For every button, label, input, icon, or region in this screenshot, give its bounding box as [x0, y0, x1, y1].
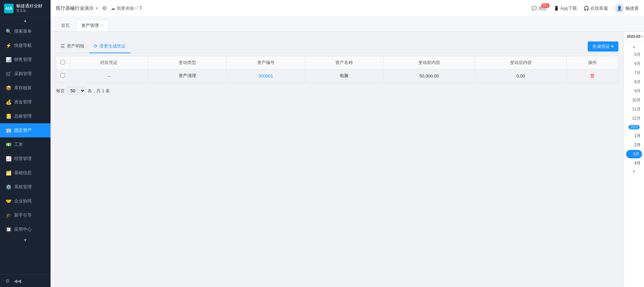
tab-home[interactable]: 首页 [56, 20, 75, 31]
asset-detail-tab-label: 资产明细 [67, 43, 84, 49]
delete-row-btn[interactable]: 🗑 [590, 73, 595, 79]
col-before: 变动前内容 [384, 56, 475, 69]
system-icon: ⚙️ [5, 184, 11, 190]
finance-icon: 💰 [5, 99, 11, 105]
home-tab-label: 首页 [61, 23, 70, 29]
inner-header-row: ☰ 资产明细 ⟳ 变更生成凭证 生成凭证 ▾ [56, 37, 618, 56]
tab-change-voucher[interactable]: ⟳ 变更生成凭证 [89, 40, 130, 53]
sidebar-item-fixed-assets[interactable]: 🏢 固定资产 [0, 123, 51, 137]
cal-nav-down[interactable]: ▼ [624, 168, 644, 175]
cal-month-9[interactable]: 9月 [624, 87, 644, 96]
sidebar-item-label: 总账管理 [14, 113, 32, 119]
per-page-label: 每页 [56, 88, 65, 94]
content-main: ☰ 资产明细 ⟳ 变更生成凭证 生成凭证 ▾ [51, 32, 624, 287]
salary-icon: 💵 [5, 141, 11, 148]
sidebar-item-inventory[interactable]: 📦 库存核算 [0, 81, 51, 95]
cal-month-7[interactable]: 7月 [624, 68, 644, 77]
active-tab-label: 资产管理 [81, 23, 99, 29]
sidebar-item-app-center[interactable]: 🔲 应用中心 [0, 222, 51, 236]
year-2023-section: 2023 [624, 123, 644, 131]
sidebar-item-label: 新手引导 [14, 212, 32, 218]
tab-close-icon[interactable]: × [101, 23, 103, 28]
side-panel-close-btn[interactable]: × [640, 34, 643, 39]
user-menu-btn[interactable]: 👤 畅捷通 [615, 4, 639, 13]
app-download-btn[interactable]: 📱 App下载 [554, 5, 577, 11]
inventory-icon: 📦 [5, 85, 11, 91]
experience-link[interactable]: ☁ 我要体验一下 [111, 5, 143, 11]
cal-month-6[interactable]: 6月 [624, 59, 644, 68]
cal-month-2023-2[interactable]: 2月 [624, 140, 644, 150]
col-action: 操作 [566, 56, 618, 69]
tab-asset-detail[interactable]: ☰ 资产明细 [56, 40, 89, 53]
sidebar-item-label: 企业协同 [14, 198, 32, 204]
side-panel-body: ▲ 5月 6月 7月 8月 9月 10月 11月 12月 2023 1月 2月 … [624, 41, 644, 287]
cal-month-8[interactable]: 8月 [624, 77, 644, 87]
sidebar-item-label: 应用中心 [14, 226, 32, 232]
app-center-icon: 🔲 [5, 226, 11, 232]
cal-month-11[interactable]: 11月 [624, 105, 644, 114]
quick-nav-icon: ⚡ [5, 42, 11, 49]
table-header: 对应凭证 变动类型 资产编号 资产名称 变动前内容 变动后内容 操作 [56, 56, 618, 69]
app-logo-icon: AtA [4, 4, 13, 13]
content-area: ☰ 资产明细 ⟳ 变更生成凭证 生成凭证 ▾ [51, 32, 644, 287]
sidebar-item-sales[interactable]: 📊 销售管理 [0, 53, 51, 67]
row-checkbox[interactable] [61, 73, 65, 77]
company-dropdown-icon[interactable]: ▾ [96, 6, 98, 11]
sidebar-item-quick-nav[interactable]: ⚡ 快捷导航 [0, 38, 51, 53]
year-badge: 2023 [628, 125, 639, 129]
col-voucher: 对应凭证 [70, 56, 148, 69]
sidebar-item-basic-info[interactable]: 🗂️ 基础信息 [0, 166, 51, 180]
settings-icon[interactable]: ⚙ [5, 278, 10, 284]
select-all-cell [56, 56, 70, 69]
sidebar-scroll-up[interactable]: ▲ [0, 17, 51, 24]
cell-asset-num: 000001 [226, 69, 305, 83]
cal-month-12[interactable]: 12月 [624, 114, 644, 123]
operations-icon: 📈 [5, 156, 11, 162]
cal-month-2023-3-active[interactable]: 3月 [626, 150, 642, 158]
cal-month-5[interactable]: 5月 [624, 50, 644, 59]
online-service-label: 在线客服 [590, 5, 608, 11]
settings-gear-icon[interactable]: ⚙ [102, 5, 107, 11]
online-service-btn[interactable]: 🎧 在线客服 [584, 5, 608, 11]
generate-voucher-btn[interactable]: 生成凭证 ▾ [588, 41, 618, 52]
data-table: 对应凭证 变动类型 资产编号 资产名称 变动前内容 变动后内容 操作 [56, 56, 618, 83]
sidebar-item-tutorial[interactable]: 🎓 新手引导 [0, 208, 51, 222]
main-area: 医疗器械行业演示 ▾ ⚙ ☁ 我要体验一下 💬 消息 99+ 📱 App下载 🎧… [51, 0, 644, 287]
sidebar-item-search[interactable]: 🔍 搜索菜单 [0, 24, 51, 38]
sidebar-item-label: 库存核算 [14, 85, 32, 91]
generate-btn-label: 生成凭证 [592, 43, 610, 50]
sidebar-item-enterprise[interactable]: 🤝 企业协同 [0, 194, 51, 208]
sidebar-item-ledger[interactable]: 📒 总账管理 [0, 109, 51, 123]
sidebar-item-label: 系统管理 [14, 184, 32, 190]
asset-num-link[interactable]: 000001 [258, 73, 273, 78]
sidebar-item-salary[interactable]: 💵 工资 [0, 137, 51, 152]
sidebar-nav: ▲ 🔍 搜索菜单 ⚡ 快捷导航 📊 销售管理 🛒 采购管理 📦 库存核算 💰 资… [0, 17, 51, 275]
sidebar-item-label: 搜索菜单 [14, 28, 32, 34]
collapse-icon[interactable]: ◀◀ [14, 278, 21, 284]
sidebar-item-system[interactable]: ⚙️ 系统管理 [0, 180, 51, 194]
select-all-checkbox[interactable] [61, 60, 65, 64]
sidebar-item-purchase[interactable]: 🛒 采购管理 [0, 67, 51, 81]
messages-btn[interactable]: 💬 消息 99+ [531, 5, 547, 11]
per-page-select[interactable]: 50 10 20 100 [67, 87, 86, 95]
phone-icon: 📱 [554, 6, 559, 11]
sidebar-item-operations[interactable]: 📈 经营管理 [0, 152, 51, 166]
header-left: 医疗器械行业演示 ▾ ⚙ ☁ 我要体验一下 [56, 5, 531, 11]
purchase-icon: 🛒 [5, 71, 11, 77]
cell-before: 50,000.00 [384, 69, 475, 83]
sales-icon: 📊 [5, 57, 11, 63]
cal-month-2023-1[interactable]: 1月 [624, 131, 644, 140]
sidebar-scroll-down[interactable]: ▼ [0, 236, 51, 244]
table-row: -- 资产清理 000001 电脑 50,000.00 0.00 🗑 [56, 69, 618, 83]
sidebar-item-label: 采购管理 [14, 71, 32, 77]
tabbar: 首页 资产管理 × [51, 17, 644, 32]
company-name: 医疗器械行业演示 [56, 5, 94, 11]
sidebar-logo: AtA 畅捷通好业财 普及版 [0, 0, 51, 17]
list-icon: ☰ [61, 43, 65, 49]
sidebar-item-finance[interactable]: 💰 资金管理 [0, 95, 51, 109]
sidebar-item-label: 工资 [14, 141, 23, 148]
cal-nav-up[interactable]: ▲ [624, 43, 644, 50]
cal-month-2023-4[interactable]: 4月 [624, 159, 644, 168]
cal-month-10[interactable]: 10月 [624, 96, 644, 105]
tab-asset-management[interactable]: 资产管理 × [76, 20, 108, 31]
